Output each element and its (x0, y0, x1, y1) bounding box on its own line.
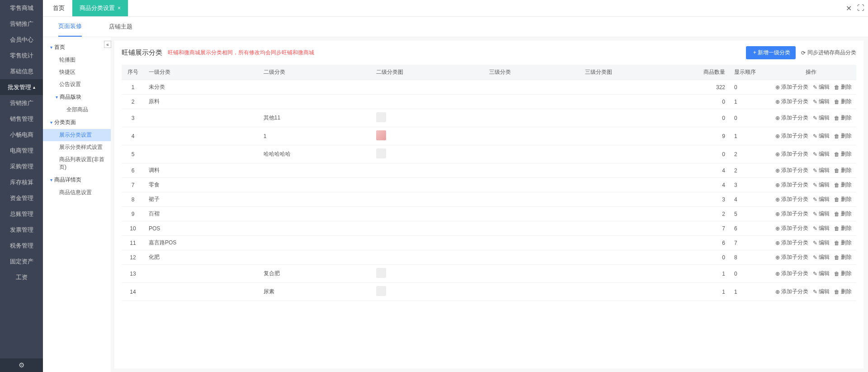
nav-item[interactable]: 采购管理 (0, 158, 43, 174)
delete-button[interactable]: 🗑删除 (834, 253, 852, 261)
delete-button[interactable]: 🗑删除 (834, 150, 852, 158)
tree-group-title[interactable]: ▾首页 (43, 41, 111, 54)
delete-button[interactable]: 🗑删除 (834, 196, 852, 203)
nav-item[interactable]: 库存核算 (0, 174, 43, 190)
add-child-button[interactable]: ⊕添加子分类 (775, 270, 808, 277)
edit-button[interactable]: ✎编辑 (813, 270, 830, 277)
nav-item[interactable]: 销售管理 (0, 111, 43, 127)
add-child-button[interactable]: ⊕添加子分类 (775, 83, 808, 91)
nav-item[interactable]: 批发管理▴ (0, 79, 43, 95)
table-row: 10POS 76⊕添加子分类✎编辑🗑删除 (122, 221, 856, 236)
edit-button[interactable]: ✎编辑 (813, 150, 830, 158)
table-header-cell: 操作 (766, 65, 856, 80)
edit-button[interactable]: ✎编辑 (813, 83, 830, 91)
tree-item[interactable]: 全部商品 (43, 104, 111, 116)
nav-item[interactable]: 小畅电商 (0, 127, 43, 143)
add-child-button[interactable]: ⊕添加子分类 (775, 114, 808, 122)
delete-button[interactable]: 🗑删除 (834, 239, 852, 247)
collapse-sidebar-icon[interactable]: « (104, 41, 111, 48)
nav-item[interactable]: 会员中心 (0, 32, 43, 48)
table-header-cell: 二级分类 (259, 65, 372, 80)
table-cell: 哈哈哈哈哈 (259, 145, 372, 163)
plus-circle-icon: ⊕ (775, 289, 780, 295)
tree-group-label: 分类页面 (54, 119, 76, 126)
tab[interactable]: 商品分类设置× (72, 0, 128, 16)
tree-group-title[interactable]: ▾商品版块 (43, 91, 111, 104)
nav-item[interactable]: 基础信息 (0, 63, 43, 79)
nav-item[interactable]: 总账管理 (0, 206, 43, 222)
delete-button[interactable]: 🗑删除 (834, 270, 852, 277)
add-child-button[interactable]: ⊕添加子分类 (775, 98, 808, 105)
nav-item[interactable]: 发票管理 (0, 222, 43, 238)
add-child-button[interactable]: ⊕添加子分类 (775, 150, 808, 158)
delete-button[interactable]: 🗑删除 (834, 132, 852, 140)
nav-item[interactable]: 零售统计 (0, 48, 43, 63)
add-child-button[interactable]: ⊕添加子分类 (775, 181, 808, 189)
tree-item[interactable]: 展示分类设置 (43, 129, 111, 141)
delete-button[interactable]: 🗑删除 (834, 114, 852, 122)
table-cell (580, 127, 693, 145)
plus-circle-icon: ⊕ (775, 254, 780, 261)
edit-button[interactable]: ✎编辑 (813, 98, 830, 105)
table-header-cell: 商品数量 (693, 65, 730, 80)
tree-item[interactable]: 商品列表设置(非首页) (43, 153, 111, 173)
add-category-button[interactable]: + 新增一级分类 (746, 46, 796, 59)
delete-button[interactable]: 🗑删除 (834, 210, 852, 218)
delete-button[interactable]: 🗑删除 (834, 167, 852, 174)
tree-group-title[interactable]: ▾商品详情页 (43, 173, 111, 186)
tree-group-label: 首页 (54, 43, 65, 51)
delete-button[interactable]: 🗑删除 (834, 98, 852, 105)
sync-inventory-button[interactable]: ⟳ 同步进销存商品分类 (801, 49, 856, 57)
edit-button[interactable]: ✎编辑 (813, 224, 830, 232)
tree-item[interactable]: 公告设置 (43, 78, 111, 91)
add-child-button[interactable]: ⊕添加子分类 (775, 288, 808, 296)
add-child-button[interactable]: ⊕添加子分类 (775, 132, 808, 140)
nav-item[interactable]: 税务管理 (0, 238, 43, 253)
caret-down-icon: ▾ (50, 120, 52, 125)
add-child-button[interactable]: ⊕添加子分类 (775, 210, 808, 218)
edit-icon: ✎ (813, 211, 817, 217)
delete-button[interactable]: 🗑删除 (834, 83, 852, 91)
nav-item[interactable]: 固定资产 (0, 253, 43, 269)
nav-item[interactable]: 营销推广 (0, 16, 43, 32)
table-cell (259, 178, 372, 192)
edit-button[interactable]: ✎编辑 (813, 167, 830, 174)
edit-button[interactable]: ✎编辑 (813, 253, 830, 261)
sub-tab[interactable]: 页面装修 (58, 17, 82, 37)
table-header-cell: 三级分类 (485, 65, 580, 80)
tab[interactable]: 首页 (46, 0, 72, 16)
delete-button[interactable]: 🗑删除 (834, 224, 852, 232)
nav-item[interactable]: 零售商城 (0, 0, 43, 16)
plus-circle-icon: ⊕ (775, 115, 780, 121)
close-all-icon[interactable]: ✕ (846, 4, 852, 13)
sub-tab[interactable]: 店铺主题 (109, 17, 132, 37)
nav-item[interactable]: 营销推广 (0, 95, 43, 111)
edit-button[interactable]: ✎编辑 (813, 210, 830, 218)
tree-item[interactable]: 快捷区 (43, 66, 111, 78)
delete-button[interactable]: 🗑删除 (834, 288, 852, 296)
edit-button[interactable]: ✎编辑 (813, 196, 830, 203)
tree-item[interactable]: 商品信息设置 (43, 186, 111, 199)
close-tab-icon[interactable]: × (118, 5, 121, 11)
tree-group-title[interactable]: ▾分类页面 (43, 116, 111, 129)
tree-item[interactable]: 展示分类样式设置 (43, 141, 111, 153)
add-child-button[interactable]: ⊕添加子分类 (775, 167, 808, 174)
tree-item[interactable]: 轮播图 (43, 54, 111, 66)
edit-button[interactable]: ✎编辑 (813, 132, 830, 140)
table-cell (259, 80, 372, 95)
nav-item[interactable]: 资金管理 (0, 190, 43, 206)
add-child-button[interactable]: ⊕添加子分类 (775, 196, 808, 203)
content-panel: 旺铺展示分类 旺铺和微商城展示分类相同，所有修改均会同步旺铺和微商城 + 新增一… (114, 41, 863, 368)
delete-button[interactable]: 🗑删除 (834, 181, 852, 189)
add-child-button[interactable]: ⊕添加子分类 (775, 224, 808, 232)
add-child-button[interactable]: ⊕添加子分类 (775, 239, 808, 247)
fullscreen-icon[interactable]: ⛶ (857, 4, 864, 12)
nav-item[interactable]: 电商管理 (0, 143, 43, 158)
edit-button[interactable]: ✎编辑 (813, 288, 830, 296)
nav-item[interactable]: 工资 (0, 269, 43, 285)
edit-button[interactable]: ✎编辑 (813, 114, 830, 122)
edit-button[interactable]: ✎编辑 (813, 239, 830, 247)
add-child-button[interactable]: ⊕添加子分类 (775, 253, 808, 261)
settings-gear-icon[interactable]: ⚙ (0, 358, 43, 372)
edit-button[interactable]: ✎编辑 (813, 181, 830, 189)
